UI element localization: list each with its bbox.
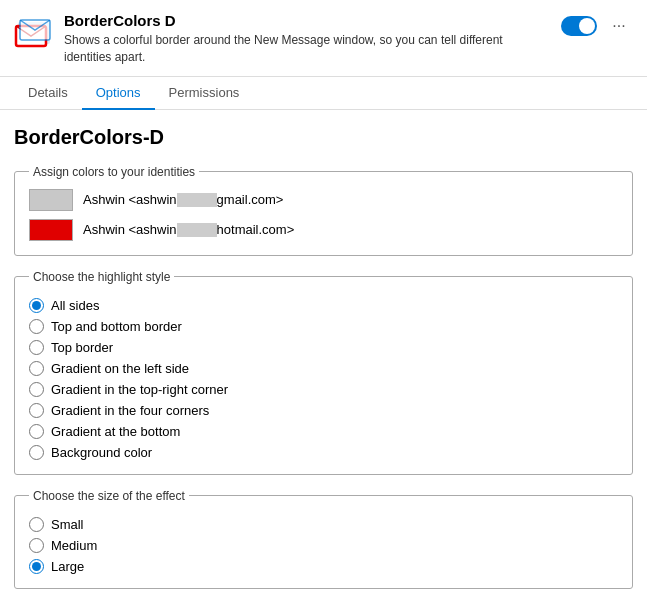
app-header: BorderColors D Shows a colorful border a… (0, 0, 647, 77)
app-icon (14, 12, 54, 52)
header-text-block: BorderColors D Shows a colorful border a… (64, 12, 551, 66)
app-description: Shows a colorful border around the New M… (64, 32, 551, 66)
radio-gradient-left[interactable]: Gradient on the left side (29, 361, 618, 376)
radio-gradient-bottom[interactable]: Gradient at the bottom (29, 424, 618, 439)
radio-top-bottom[interactable]: Top and bottom border (29, 319, 618, 334)
radio-all-sides[interactable]: All sides (29, 298, 618, 313)
color-swatch-2[interactable] (29, 219, 73, 241)
size-legend: Choose the size of the effect (29, 489, 189, 503)
identities-legend: Assign colors to your identities (29, 165, 199, 179)
identity-row-1: Ashwin <ashwingmail.com> (29, 189, 618, 211)
tab-permissions[interactable]: Permissions (155, 77, 254, 110)
identities-group: Assign colors to your identities Ashwin … (14, 165, 633, 256)
identity-email-2: Ashwin <ashwinhotmail.com> (83, 222, 294, 238)
size-radio-group: Small Medium Large (29, 513, 618, 574)
radio-medium[interactable]: Medium (29, 538, 618, 553)
radio-gradient-four[interactable]: Gradient in the four corners (29, 403, 618, 418)
color-swatch-1[interactable] (29, 189, 73, 211)
radio-top-border[interactable]: Top border (29, 340, 618, 355)
identity-email-1: Ashwin <ashwingmail.com> (83, 192, 283, 208)
radio-small[interactable]: Small (29, 517, 618, 532)
tab-options[interactable]: Options (82, 77, 155, 110)
highlight-legend: Choose the highlight style (29, 270, 174, 284)
more-options-button[interactable]: ··· (605, 12, 633, 40)
size-group: Choose the size of the effect Small Medi… (14, 489, 633, 589)
radio-background[interactable]: Background color (29, 445, 618, 460)
app-title: BorderColors D (64, 12, 551, 29)
highlight-radio-group: All sides Top and bottom border Top bord… (29, 294, 618, 460)
highlight-group: Choose the highlight style All sides Top… (14, 270, 633, 475)
identity-row-2: Ashwin <ashwinhotmail.com> (29, 219, 618, 241)
radio-gradient-top-right[interactable]: Gradient in the top-right corner (29, 382, 618, 397)
page-title: BorderColors-D (14, 126, 633, 149)
main-content: BorderColors-D Assign colors to your ide… (0, 110, 647, 601)
header-controls: ··· (561, 12, 633, 40)
radio-large[interactable]: Large (29, 559, 618, 574)
tab-bar: Details Options Permissions (0, 77, 647, 110)
enable-toggle[interactable] (561, 16, 597, 36)
tab-details[interactable]: Details (14, 77, 82, 110)
